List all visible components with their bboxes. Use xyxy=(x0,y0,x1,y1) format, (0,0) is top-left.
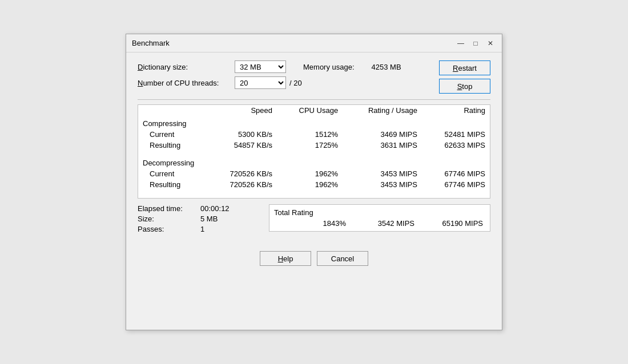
total-rating-values: 1843% 3542 MIPS 65190 MIPS xyxy=(274,219,485,228)
col-rating-usage: Rating / Usage xyxy=(343,105,422,116)
size-label: Size: xyxy=(138,215,200,223)
decompress-current-label: Current xyxy=(138,168,207,179)
cancel-button[interactable]: Cancel xyxy=(317,251,368,266)
decompress-resulting-label: Resulting xyxy=(138,179,207,190)
compressing-header-row: Compressing xyxy=(138,116,490,129)
threads-label: Number of CPU threads: xyxy=(138,79,235,87)
decompress-resulting-speed: 720526 KB/s xyxy=(207,179,277,190)
table-row: Resulting 720526 KB/s 1962% 3453 MIPS 67… xyxy=(138,179,490,190)
compressing-label: Compressing xyxy=(138,116,490,129)
memory-usage-label: Memory usage: xyxy=(303,63,355,71)
threads-suffix: / 20 xyxy=(289,79,302,87)
bottom-info: Elapsed time: 00:00:12 Size: 5 MB Passes… xyxy=(138,204,490,235)
dictionary-label: Dictionary size: xyxy=(138,63,235,71)
total-mips1: 3542 MIPS xyxy=(369,219,414,228)
size-value: 5 MB xyxy=(200,215,218,223)
main-content: Dictionary size: 32 MB 64 MB 128 MB 256 … xyxy=(126,52,502,244)
total-rating-title: Total Rating xyxy=(274,208,485,217)
passes-row: Passes: 1 xyxy=(138,225,263,233)
decompress-resulting-rating: 67746 MIPS xyxy=(422,179,490,190)
compress-current-cpu: 1512% xyxy=(277,129,343,140)
results-table: Speed CPU Usage Rating / Usage Rating Co… xyxy=(138,105,490,193)
decompress-current-rating: 67746 MIPS xyxy=(422,168,490,179)
elapsed-value: 00:00:12 xyxy=(200,204,230,213)
col-rating: Rating xyxy=(422,105,490,116)
top-controls: Dictionary size: 32 MB 64 MB 128 MB 256 … xyxy=(138,60,490,94)
close-button[interactable]: ✕ xyxy=(485,38,496,49)
left-info: Elapsed time: 00:00:12 Size: 5 MB Passes… xyxy=(138,204,263,235)
compress-resulting-label: Resulting xyxy=(138,140,207,151)
compress-current-rating: 52481 MIPS xyxy=(422,129,490,140)
decompress-resulting-rating-usage: 3453 MIPS xyxy=(343,179,422,190)
restart-button[interactable]: Restart xyxy=(439,60,490,75)
maximize-button[interactable]: □ xyxy=(470,38,481,49)
memory-usage-value: 4253 MB xyxy=(361,63,401,71)
dictionary-row: Dictionary size: 32 MB 64 MB 128 MB 256 … xyxy=(138,60,428,73)
total-rating-box: Total Rating 1843% 3542 MIPS 65190 MIPS xyxy=(269,204,490,232)
decompress-resulting-cpu: 1962% xyxy=(277,179,343,190)
compress-resulting-rating: 62633 MIPS xyxy=(422,140,490,151)
decompress-current-speed: 720526 KB/s xyxy=(207,168,277,179)
size-row: Size: 5 MB xyxy=(138,215,263,223)
results-box: Speed CPU Usage Rating / Usage Rating Co… xyxy=(138,104,490,199)
spacer-row xyxy=(138,151,490,155)
help-button[interactable]: Help xyxy=(260,251,311,266)
decompressing-label: Decompressing xyxy=(138,155,490,168)
title-bar: Benchmark — □ ✕ xyxy=(126,34,502,52)
compress-current-speed: 5300 KB/s xyxy=(207,129,277,140)
stop-button[interactable]: Stop xyxy=(439,79,490,94)
col-speed: Speed xyxy=(207,105,277,116)
compress-resulting-cpu: 1725% xyxy=(277,140,343,151)
title-bar-left: Benchmark xyxy=(132,39,170,47)
minimize-button[interactable]: — xyxy=(455,38,466,49)
dictionary-select[interactable]: 32 MB 64 MB 128 MB 256 MB xyxy=(235,60,286,73)
benchmark-window: Benchmark — □ ✕ Dictionary size: 32 MB 6… xyxy=(126,34,502,330)
table-row: Current 720526 KB/s 1962% 3453 MIPS 6774… xyxy=(138,168,490,179)
total-cpu: 1843% xyxy=(300,219,346,228)
window-title: Benchmark xyxy=(132,39,170,47)
bottom-spacer-row xyxy=(138,190,490,193)
col-label xyxy=(138,105,207,116)
compress-resulting-rating-usage: 3631 MIPS xyxy=(343,140,422,151)
decompressing-header-row: Decompressing xyxy=(138,155,490,168)
action-buttons: Restart Stop xyxy=(439,60,490,94)
col-cpu: CPU Usage xyxy=(277,105,343,116)
table-row: Current 5300 KB/s 1512% 3469 MIPS 52481 … xyxy=(138,129,490,140)
decompress-current-rating-usage: 3453 MIPS xyxy=(343,168,422,179)
footer-buttons: Help Cancel xyxy=(126,244,502,275)
decompress-current-cpu: 1962% xyxy=(277,168,343,179)
passes-label: Passes: xyxy=(138,225,200,233)
total-mips2: 65190 MIPS xyxy=(437,219,483,228)
passes-value: 1 xyxy=(200,225,204,233)
threads-row: Number of CPU threads: 1 2 4 8 16 20 / 2… xyxy=(138,76,428,89)
title-bar-controls: — □ ✕ xyxy=(455,38,496,49)
left-controls: Dictionary size: 32 MB 64 MB 128 MB 256 … xyxy=(138,60,428,92)
compress-resulting-speed: 54857 KB/s xyxy=(207,140,277,151)
compress-current-rating-usage: 3469 MIPS xyxy=(343,129,422,140)
divider-top xyxy=(138,99,490,100)
table-row: Resulting 54857 KB/s 1725% 3631 MIPS 626… xyxy=(138,140,490,151)
elapsed-row: Elapsed time: 00:00:12 xyxy=(138,204,263,213)
elapsed-label: Elapsed time: xyxy=(138,204,200,213)
threads-select[interactable]: 1 2 4 8 16 20 xyxy=(235,76,286,89)
table-header-row: Speed CPU Usage Rating / Usage Rating xyxy=(138,105,490,116)
compress-current-label: Current xyxy=(138,129,207,140)
